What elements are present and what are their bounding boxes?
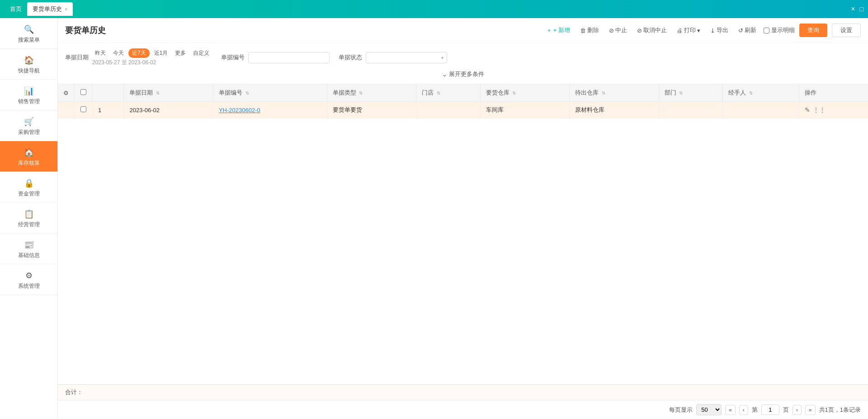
add-icon: ＋ <box>546 26 552 34</box>
print-arrow-icon: ▾ <box>697 27 700 34</box>
sidebar-item-quick-nav[interactable]: 🏠 快捷导航 <box>0 49 57 80</box>
footer-summary: 合计： <box>58 384 868 400</box>
main-layout: 🔍 搜索菜单 🏠 快捷导航 📊 销售管理 🛒 采购管理 🏠 库存核算 🔒 资金管… <box>0 18 868 419</box>
col-doc-type-label: 单据类型 <box>333 89 356 96</box>
expand-more-button[interactable]: ⌄ 展开更多条件 <box>65 70 861 78</box>
col-store[interactable]: 门店 ⇅ <box>416 84 480 102</box>
col-operation: 操作 <box>799 84 868 102</box>
cell-index: 1 <box>93 102 124 119</box>
tab-active[interactable]: 要货单历史 × <box>27 2 73 16</box>
table-body: 1 2023-06-02 YH-20230602-0 要货单要货 车间库 原材料… <box>58 102 868 119</box>
export-icon: ⤓ <box>710 27 715 34</box>
cancel-stop-button[interactable]: ⊘ 取消中止 <box>634 24 670 36</box>
col-index <box>93 84 124 102</box>
row-more-icon[interactable]: ⋮⋮ <box>813 106 826 114</box>
print-button[interactable]: 🖨 打印 ▾ <box>674 24 703 36</box>
col-doc-no-sort-icon: ⇅ <box>245 90 249 95</box>
display-detail-button[interactable]: 显示明细 <box>764 26 795 34</box>
sidebar-item-label-system: 系统管理 <box>18 282 40 290</box>
shortcut-today[interactable]: 今天 <box>110 48 127 58</box>
date-shortcuts: 昨天 今天 近7天 近1月 更多 自定义 2023-05-27 至 2023-0… <box>92 48 212 67</box>
sidebar-item-operations[interactable]: 📋 经营管理 <box>0 203 57 233</box>
shortcut-7days[interactable]: 近7天 <box>128 48 150 58</box>
content-area: 要货单历史 ＋ + 新增 🗑 删除 ⊘ 中止 ⊘ 取消中止 <box>58 18 868 419</box>
window-maximize-icon[interactable]: □ <box>860 5 863 13</box>
export-button[interactable]: ⤓ 导出 <box>708 24 731 36</box>
delete-button[interactable]: 🗑 删除 <box>577 24 602 36</box>
table-row[interactable]: 1 2023-06-02 YH-20230602-0 要货单要货 车间库 原材料… <box>58 102 868 119</box>
sidebar-item-system[interactable]: ⚙ 系统管理 <box>0 264 57 295</box>
select-all-checkbox[interactable] <box>80 89 86 95</box>
sidebar-item-search-menu[interactable]: 🔍 搜索菜单 <box>0 18 57 49</box>
stop-button[interactable]: ⊘ 中止 <box>606 24 630 36</box>
cell-gear <box>58 102 75 119</box>
docno-filter-group: 单据编号 <box>221 52 330 63</box>
col-handler[interactable]: 经手人 ⇅ <box>723 84 799 102</box>
sidebar-item-label-nav: 快捷导航 <box>18 67 40 75</box>
tab-home-label: 首页 <box>10 5 22 13</box>
display-detail-checkbox[interactable] <box>764 28 769 33</box>
settings-button[interactable]: 设置 <box>832 24 861 37</box>
doc-no-link[interactable]: YH-20230602-0 <box>219 107 260 114</box>
shortcut-more[interactable]: 更多 <box>172 48 189 58</box>
col-doc-no-label: 单据编号 <box>219 89 242 96</box>
export-label: 导出 <box>717 26 728 34</box>
row-edit-icon[interactable]: ✎ <box>805 106 810 114</box>
col-checkbox <box>75 84 93 102</box>
sidebar-item-label-sales: 销售管理 <box>18 98 40 105</box>
date-range-display: 2023-05-27 至 2023-06-02 <box>92 59 212 67</box>
date-filter-group: 单据日期 昨天 今天 近7天 近1月 更多 自定义 2023-05-27 至 2… <box>65 48 212 67</box>
print-label: 打印 <box>684 26 696 34</box>
sidebar-item-inventory[interactable]: 🏠 库存核算 <box>0 141 57 172</box>
stop-icon: ⊘ <box>609 27 614 34</box>
sidebar-item-label-search: 搜索菜单 <box>18 36 40 44</box>
sidebar-item-finance[interactable]: 🔒 资金管理 <box>0 172 57 203</box>
sidebar-item-purchase[interactable]: 🛒 采购管理 <box>0 110 57 141</box>
purchase-icon: 🛒 <box>24 117 34 127</box>
window-close-icon[interactable]: × <box>851 5 855 13</box>
shortcut-yesterday[interactable]: 昨天 <box>92 48 108 58</box>
col-doc-type[interactable]: 单据类型 ⇅ <box>327 84 416 102</box>
sidebar-item-basic[interactable]: 📰 基础信息 <box>0 233 57 264</box>
col-gear[interactable]: ⚙ <box>58 84 75 102</box>
docno-input[interactable] <box>248 52 330 63</box>
shortcut-1month[interactable]: 近1月 <box>151 48 171 58</box>
query-button[interactable]: 查询 <box>799 24 827 37</box>
sidebar-item-sales[interactable]: 📊 销售管理 <box>0 80 57 110</box>
table-header: ⚙ 单据日期 ⇅ 单据编号 ⇅ <box>58 84 868 102</box>
first-page-button[interactable]: « <box>725 405 736 415</box>
next-page-button[interactable]: › <box>793 405 802 415</box>
page-label: 第 <box>752 406 758 414</box>
page-size-select[interactable]: 20 50 100 200 <box>696 404 722 415</box>
add-button[interactable]: ＋ + 新增 <box>543 24 573 36</box>
row-actions: ✎ ⋮⋮ <box>805 106 863 114</box>
status-select[interactable] <box>366 52 447 63</box>
sales-icon: 📊 <box>24 86 34 96</box>
tab-close-icon[interactable]: × <box>65 6 67 12</box>
col-req-warehouse[interactable]: 要货仓库 ⇅ <box>480 84 569 102</box>
sidebar: 🔍 搜索菜单 🏠 快捷导航 📊 销售管理 🛒 采购管理 🏠 库存核算 🔒 资金管… <box>0 18 58 419</box>
col-handler-sort-icon: ⇅ <box>749 90 753 95</box>
page-input[interactable] <box>761 405 779 415</box>
row-checkbox[interactable] <box>80 106 86 112</box>
page-size-label: 每页显示 <box>669 406 693 414</box>
page-title: 要货单历史 <box>65 25 543 36</box>
refresh-button[interactable]: ↺ 刷新 <box>736 24 759 36</box>
status-label: 单据状态 <box>339 53 362 62</box>
top-bar: 首页 要货单历史 × × □ <box>0 0 868 18</box>
prev-page-button[interactable]: ‹ <box>739 405 748 415</box>
col-department[interactable]: 部门 ⇅ <box>659 84 722 102</box>
stop-label: 中止 <box>615 26 627 34</box>
col-department-label: 部门 <box>665 89 676 96</box>
last-page-button[interactable]: » <box>805 405 816 415</box>
status-filter-group: 单据状态 ▾ <box>339 52 447 63</box>
col-doc-date[interactable]: 单据日期 ⇅ <box>124 84 213 102</box>
col-pending-warehouse[interactable]: 待出仓库 ⇅ <box>570 84 659 102</box>
col-doc-type-sort-icon: ⇅ <box>359 90 363 95</box>
main-table: ⚙ 单据日期 ⇅ 单据编号 ⇅ <box>58 84 868 119</box>
shortcut-custom[interactable]: 自定义 <box>190 48 212 58</box>
cell-doc-type: 要货单要货 <box>327 102 416 119</box>
col-doc-no[interactable]: 单据编号 ⇅ <box>213 84 327 102</box>
finance-icon: 🔒 <box>24 178 34 188</box>
tab-home[interactable]: 首页 <box>5 2 27 16</box>
